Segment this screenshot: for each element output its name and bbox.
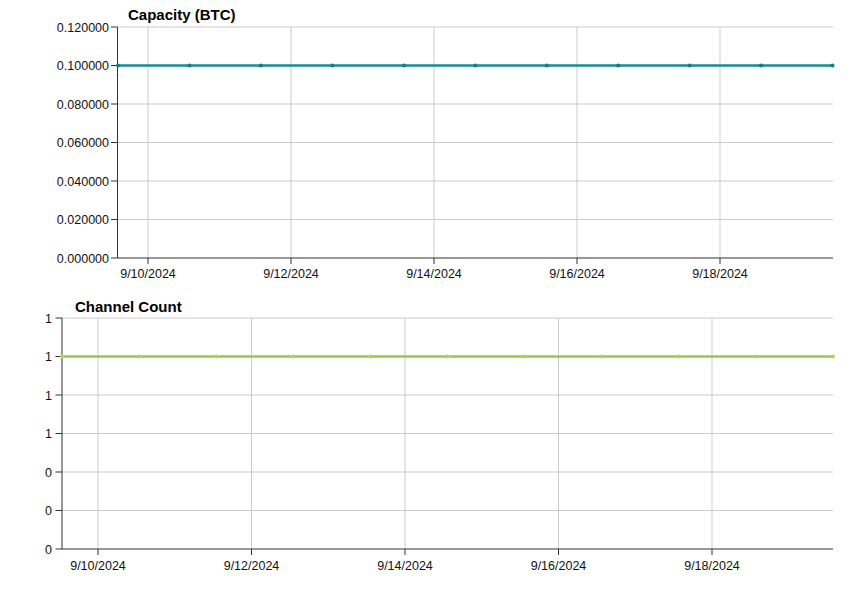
channel-axes [56,318,834,555]
x-tick-label: 9/16/2024 [531,559,587,573]
channel-count-chart: Channel Count [45,298,835,573]
capacity-chart: Capacity (BTC) [57,6,835,281]
y-tick-label: 1 [45,389,52,403]
capacity-gridlines [118,27,834,258]
x-tick-label: 9/12/2024 [224,559,280,573]
y-tick-label: 0.020000 [57,213,109,227]
y-tick-label: 1 [45,427,52,441]
capacity-axes [111,27,833,264]
y-tick-label: 1 [45,312,52,326]
x-tick-label: 9/12/2024 [263,267,319,281]
y-tick-label: 0 [45,466,52,480]
x-tick-label: 9/18/2024 [684,559,740,573]
x-tick-label: 9/14/2024 [406,267,462,281]
y-tick-label: 0.100000 [57,59,109,73]
capacity-x-tick-labels: 9/10/2024 9/12/2024 9/14/2024 9/16/2024 … [120,267,748,281]
y-tick-label: 0.120000 [57,21,109,35]
y-tick-label: 0.000000 [57,252,109,266]
y-tick-label: 0.080000 [57,98,109,112]
x-tick-label: 9/14/2024 [377,559,433,573]
y-tick-label: 0.060000 [57,136,109,150]
x-tick-label: 9/16/2024 [549,267,605,281]
capacity-y-tick-labels: 0.120000 0.100000 0.080000 0.060000 0.04… [57,21,109,266]
channel-gridlines [62,318,833,549]
dashboard-page: Capacity (BTC) [0,0,860,600]
channel-count-chart-title: Channel Count [75,298,182,315]
y-tick-label: 1 [45,350,52,364]
y-tick-label: 0 [45,543,52,557]
x-tick-label: 9/10/2024 [120,267,176,281]
y-tick-label: 0.040000 [57,175,109,189]
x-tick-label: 9/18/2024 [692,267,748,281]
x-tick-label: 9/10/2024 [70,559,126,573]
y-tick-label: 0 [45,504,52,518]
capacity-chart-title: Capacity (BTC) [128,6,236,23]
channel-x-tick-labels: 9/10/2024 9/12/2024 9/14/2024 9/16/2024 … [70,559,740,573]
charts-canvas: Capacity (BTC) [0,0,860,600]
channel-y-tick-labels: 1 1 1 1 0 0 0 [45,312,52,557]
